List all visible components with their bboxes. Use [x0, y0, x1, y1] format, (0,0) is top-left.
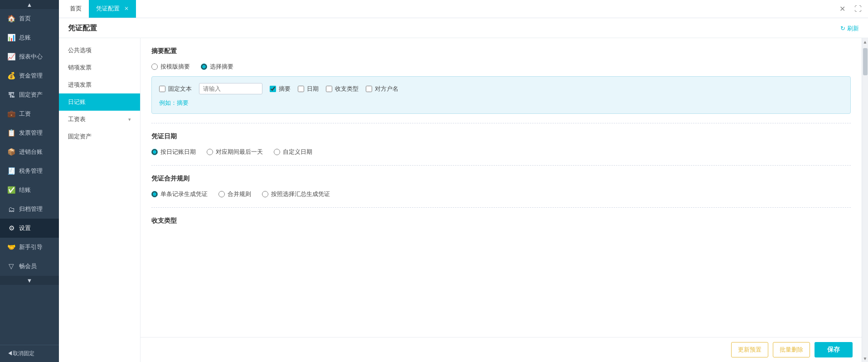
section-voucher-date: 凭证日期 按日记账日期 对应期间最后一天 自定义日期 — [151, 132, 851, 166]
fixed-text-input[interactable] — [199, 83, 262, 94]
radio-select-summary-label: 选择摘要 — [210, 63, 233, 71]
sidebar-item-member-label: 畅会员 — [19, 262, 37, 270]
bulk-delete-button[interactable]: 批量删除 — [773, 342, 810, 357]
checkbox-date-input[interactable] — [298, 86, 304, 92]
sidebar-item-fund-management[interactable]: 💰 资金管理 — [0, 66, 59, 85]
radio-custom-date-input[interactable] — [274, 149, 280, 155]
radio-template-summary-label: 按模版摘要 — [160, 63, 190, 71]
radio-template-summary-input[interactable] — [151, 64, 158, 70]
checkbox-income-type-input[interactable] — [326, 86, 332, 92]
left-nav-sales-invoice[interactable]: 销项发票 — [59, 59, 140, 76]
radio-select-summary-input[interactable] — [201, 64, 207, 70]
radio-by-journal-date[interactable]: 按日记账日期 — [151, 148, 196, 156]
checkbox-fixed-text[interactable]: 固定文本 — [159, 85, 192, 93]
tab-home[interactable]: 首页 — [63, 0, 89, 18]
radio-by-journal-date-input[interactable] — [151, 149, 158, 155]
refresh-icon: ↻ — [840, 25, 845, 32]
sidebar-scroll-down[interactable]: ▼ — [0, 276, 59, 285]
sidebar-item-settings[interactable]: ⚙ 设置 — [0, 219, 59, 238]
sidebar-item-archive-management-label: 归档管理 — [19, 205, 43, 213]
update-preview-button[interactable]: 更新预置 — [731, 342, 768, 357]
tab-close-icon[interactable]: ✕ — [124, 5, 129, 12]
checkbox-counterpart-name-input[interactable] — [366, 86, 372, 92]
purchase-sales-icon: 📦 — [7, 148, 15, 156]
left-nav-public-options[interactable]: 公共选项 — [59, 42, 140, 59]
sidebar-item-tax-management[interactable]: 🧾 税务管理 — [0, 161, 59, 181]
sidebar-item-purchase-sales[interactable]: 📦 进销台账 — [0, 142, 59, 161]
section-voucher-merge-rules: 凭证合并规则 单条记录生成凭证 合并规则 按照选择汇总生成凭证 — [151, 175, 851, 208]
radio-single-record-input[interactable] — [151, 191, 158, 197]
checkbox-summary[interactable]: 摘要 — [270, 85, 291, 93]
content-header: 凭证配置 ↻ 刷新 — [59, 18, 868, 38]
radio-by-selection-summary-label: 按照选择汇总生成凭证 — [271, 190, 330, 198]
radio-custom-date[interactable]: 自定义日期 — [274, 148, 312, 156]
scroll-up-arrow[interactable]: ▲ — [862, 38, 868, 45]
left-nav-sales-invoice-label: 销项发票 — [68, 64, 92, 72]
sidebar-item-invoice-management-label: 发票管理 — [19, 129, 43, 137]
radio-by-selection-summary[interactable]: 按照选择汇总生成凭证 — [262, 190, 330, 198]
maximize-window-button[interactable]: ⛶ — [852, 4, 864, 14]
main-content: 摘要配置 按模版摘要 选择摘要 — [141, 38, 862, 337]
summary-config-title: 摘要配置 — [151, 47, 851, 55]
refresh-button[interactable]: ↻ 刷新 — [840, 24, 859, 33]
sidebar-item-tax-management-label: 税务管理 — [19, 167, 43, 175]
sidebar-item-guide[interactable]: 🤝 新手引导 — [0, 238, 59, 257]
sidebar-item-purchase-sales-label: 进销台账 — [19, 148, 43, 156]
scroll-thumb[interactable] — [863, 48, 868, 75]
section-summary-config: 摘要配置 按模版摘要 选择摘要 — [151, 47, 851, 123]
checkbox-fixed-text-label: 固定文本 — [168, 85, 192, 93]
sidebar-item-archive-management[interactable]: 🗂 归档管理 — [0, 200, 59, 219]
checkbox-counterpart-name[interactable]: 对方户名 — [366, 85, 398, 93]
sidebar: ▲ 🏠 首页 📊 总账 📈 报表中心 💰 资金管理 🏗 固定资产 💼 工资 📋 … — [0, 0, 59, 362]
sidebar-item-invoice-management[interactable]: 📋 发票管理 — [0, 123, 59, 142]
sidebar-item-general-ledger[interactable]: 📊 总账 — [0, 28, 59, 47]
tab-bar: 首页 凭证配置 ✕ ✕ ⛶ — [59, 0, 868, 18]
left-nav-payroll-table-label: 工资表 — [68, 115, 86, 123]
left-nav-purchase-invoice[interactable]: 进项发票 — [59, 76, 140, 93]
voucher-date-title: 凭证日期 — [151, 132, 851, 141]
radio-merge-rules-label: 合并规则 — [228, 190, 251, 198]
sidebar-item-report-center-label: 报表中心 — [19, 53, 43, 61]
checkbox-income-type[interactable]: 收支类型 — [326, 85, 359, 93]
sidebar-unpin-button[interactable]: ◀取消固定 — [0, 345, 59, 362]
close-window-button[interactable]: ✕ — [837, 4, 848, 14]
sidebar-scroll-up[interactable]: ▲ — [0, 0, 59, 9]
radio-template-summary[interactable]: 按模版摘要 — [151, 63, 190, 71]
left-nav-journal-label: 日记账 — [68, 98, 86, 106]
sidebar-item-settlement[interactable]: ✅ 结账 — [0, 181, 59, 200]
radio-merge-rules-input[interactable] — [218, 191, 225, 197]
radio-last-day-of-period-input[interactable] — [207, 149, 213, 155]
tab-home-label: 首页 — [70, 5, 82, 13]
voucher-merge-rules-title: 凭证合并规则 — [151, 175, 851, 183]
radio-merge-rules[interactable]: 合并规则 — [218, 190, 251, 198]
left-nav-public-options-label: 公共选项 — [68, 46, 92, 54]
radio-single-record[interactable]: 单条记录生成凭证 — [151, 190, 208, 198]
left-nav-fixed-assets[interactable]: 固定资产 — [59, 128, 140, 145]
left-nav-payroll-table[interactable]: 工资表 ▾ — [59, 111, 140, 128]
sidebar-item-payroll[interactable]: 💼 工资 — [0, 104, 59, 123]
save-button[interactable]: 保存 — [815, 342, 853, 357]
checkbox-summary-input[interactable] — [270, 86, 276, 92]
radio-last-day-of-period[interactable]: 对应期间最后一天 — [207, 148, 263, 156]
chevron-down-icon: ▾ — [128, 117, 131, 122]
checkbox-fixed-text-input[interactable] — [159, 86, 165, 92]
sidebar-item-guide-label: 新手引导 — [19, 243, 43, 251]
sidebar-item-fund-management-label: 资金管理 — [19, 72, 43, 80]
fund-management-icon: 💰 — [7, 72, 15, 80]
example-label: 例如：摘要 — [159, 99, 189, 106]
checkbox-date[interactable]: 日期 — [298, 85, 319, 93]
sidebar-item-fixed-assets[interactable]: 🏗 固定资产 — [0, 85, 59, 104]
example-text: 例如：摘要 — [159, 99, 843, 107]
sidebar-item-home-label: 首页 — [19, 15, 31, 23]
tab-voucher-config[interactable]: 凭证配置 ✕ — [89, 0, 136, 18]
checkbox-date-label: 日期 — [307, 85, 319, 93]
left-nav-journal[interactable]: 日记账 — [59, 93, 140, 111]
sidebar-item-report-center[interactable]: 📈 报表中心 — [0, 47, 59, 66]
radio-by-selection-summary-input[interactable] — [262, 191, 268, 197]
sidebar-item-member[interactable]: ▽ 畅会员 — [0, 257, 59, 276]
radio-select-summary[interactable]: 选择摘要 — [201, 63, 233, 71]
settlement-icon: ✅ — [7, 186, 15, 194]
payroll-icon: 💼 — [7, 110, 15, 118]
scroll-down-arrow[interactable]: ▼ — [862, 355, 868, 362]
sidebar-item-home[interactable]: 🏠 首页 — [0, 9, 59, 28]
